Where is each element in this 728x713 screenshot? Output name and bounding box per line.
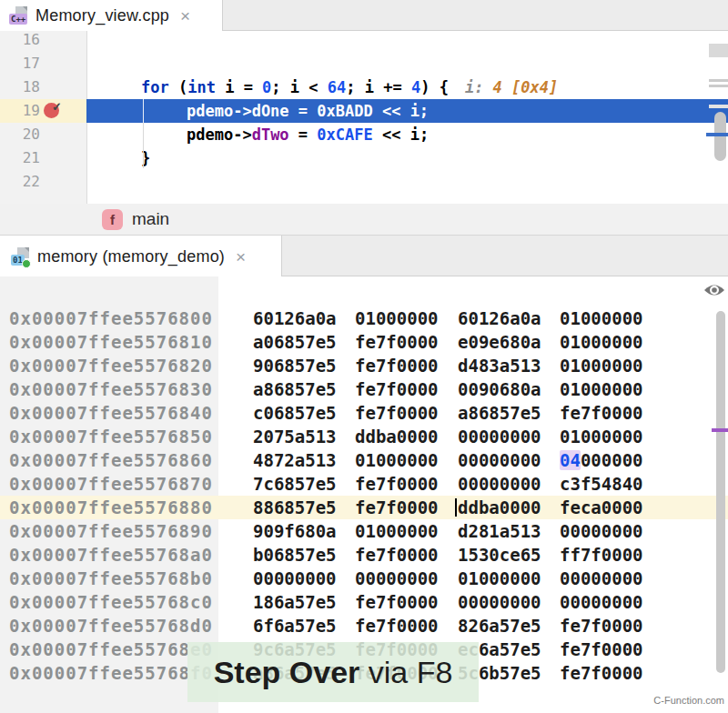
memory-value-cell[interactable]: 01000000 [560, 377, 643, 401]
memory-value-cell[interactable]: 826a57e5 [458, 614, 541, 638]
memory-value-cell[interactable]: 909f680a [253, 519, 337, 543]
memory-value-cell[interactable]: 60126a0a [458, 306, 541, 330]
memory-value-cell[interactable]: 0090680a [458, 377, 541, 401]
close-icon[interactable]: × [236, 248, 246, 266]
memory-value-cell[interactable]: ff7f0000 [560, 543, 643, 567]
memory-value-cell[interactable]: 01000000 [355, 306, 439, 330]
memory-value-cell[interactable]: a86857e5 [253, 377, 337, 401]
code-line[interactable]: pdemo->dOne = 0xBADD << i; [187, 99, 429, 123]
memory-value-cell[interactable]: fe7f0000 [560, 614, 643, 638]
eye-icon[interactable] [703, 283, 725, 301]
memory-value-cell[interactable]: feca0000 [560, 496, 643, 519]
memory-address: 0x00007ffee5576860 [9, 448, 213, 472]
memory-value-cell[interactable]: 01000000 [355, 448, 439, 472]
memory-row[interactable]: 0x00007ffee5576890909f680a01000000d281a5… [0, 519, 728, 543]
memory-value-cell[interactable]: 2075a513 [253, 425, 337, 448]
tab-memory-view[interactable]: 01 memory (memory_demo) × [0, 236, 282, 277]
memory-value-cell[interactable]: 04000000 [560, 448, 643, 472]
memory-value-cell[interactable]: 00000000 [560, 519, 643, 543]
line-number[interactable]: 18 [0, 75, 40, 99]
memory-value-cell[interactable]: fe7f0000 [355, 354, 439, 377]
memory-value-cell[interactable]: 186a57e5 [253, 590, 337, 614]
memory-value-cell[interactable]: e09e680a [458, 330, 541, 354]
memory-value-cell[interactable]: 1530ce65 [458, 543, 541, 567]
code-token: for [141, 78, 169, 96]
memory-value-cell[interactable]: 00000000 [253, 567, 337, 590]
memory-value-cell[interactable]: fe7f0000 [355, 496, 439, 519]
code-token: ; i += [346, 78, 411, 96]
memory-value-cell[interactable]: fe7f0000 [355, 401, 439, 425]
memory-value-cell[interactable]: 4872a513 [253, 448, 337, 472]
memory-value-cell[interactable]: fe7f0000 [560, 401, 643, 425]
memory-value-cell[interactable]: 886857e5 [253, 496, 337, 519]
memory-value-cell[interactable]: fe7f0000 [355, 614, 439, 638]
memory-row[interactable]: 0x00007ffee55768b00000000000000000010000… [0, 567, 728, 590]
memory-value-cell[interactable]: fe7f0000 [560, 638, 643, 661]
memory-row[interactable]: 0x00007ffee55768604872a51301000000000000… [0, 448, 728, 472]
memory-value-cell[interactable]: 906857e5 [253, 354, 337, 377]
line-number[interactable]: 22 [0, 170, 40, 194]
memory-row[interactable]: 0x00007ffee55768707c6857e5fe7f0000000000… [0, 472, 728, 496]
memory-value-cell[interactable]: 01000000 [355, 519, 439, 543]
stripe-mark [709, 44, 728, 57]
line-number[interactable]: 21 [0, 146, 40, 170]
line-number[interactable]: 17 [0, 52, 40, 75]
memory-row[interactable]: 0x00007ffee55768a0b06857e5fe7f00001530ce… [0, 543, 728, 567]
memory-value-cell[interactable]: 01000000 [458, 567, 541, 590]
memory-value-cell[interactable]: 01000000 [560, 354, 643, 377]
code-line[interactable]: for (int i = 0; i < 64; i += 4) {i: 4 [0… [141, 75, 558, 99]
memory-value-cell[interactable]: d483a513 [458, 354, 541, 377]
memory-value-cell[interactable]: b06857e5 [253, 543, 337, 567]
memory-row[interactable]: 0x00007ffee55768c0186a57e5fe7f0000000000… [0, 590, 728, 614]
memory-value-cell[interactable]: fe7f0000 [355, 590, 439, 614]
line-number[interactable]: 16 [0, 31, 40, 52]
editor-scrollbar[interactable] [714, 112, 726, 161]
memory-row[interactable]: 0x00007ffee55768502075a513ddba0000000000… [0, 425, 728, 448]
memory-value-cell[interactable]: d281a513 [458, 519, 541, 543]
memory-row[interactable]: 0x00007ffee55768d06f6a57e5fe7f0000826a57… [0, 614, 728, 638]
running-indicator [22, 259, 31, 268]
indent-guide [143, 123, 144, 168]
memory-value-cell[interactable]: fe7f0000 [355, 543, 439, 567]
close-icon[interactable]: × [180, 7, 190, 25]
memory-row[interactable]: 0x00007ffee5576840c06857e5fe7f0000a86857… [0, 401, 728, 425]
memory-address: 0x00007ffee55768e0 [9, 638, 213, 661]
memory-row[interactable]: 0x00007ffee5576810a06857e5fe7f0000e09e68… [0, 330, 728, 354]
frame-function-name[interactable]: main [132, 209, 169, 229]
code-line[interactable]: pdemo->dTwo = 0xCAFE << i; [187, 123, 429, 146]
memory-value-cell[interactable]: c3f54840 [560, 472, 643, 496]
memory-value-cell[interactable]: 00000000 [560, 567, 643, 590]
code-editor[interactable]: 161718✓19202122 for (int i = 0; i < 64; … [0, 31, 728, 204]
memory-value-cell[interactable]: 00000000 [458, 472, 541, 496]
line-number[interactable]: 19 [0, 99, 40, 123]
memory-value-cell[interactable]: 7c6857e5 [253, 472, 337, 496]
memory-value-cell[interactable]: ddba0000 [458, 496, 541, 519]
memory-value-cell[interactable]: 00000000 [458, 425, 541, 448]
memory-value-cell[interactable]: 60126a0a [253, 306, 337, 330]
memory-value-cell[interactable]: 00000000 [560, 590, 643, 614]
memory-row[interactable]: 0x00007ffee5576820906857e5fe7f0000d483a5… [0, 354, 728, 377]
memory-value-cell[interactable]: 00000000 [355, 567, 439, 590]
line-number[interactable]: 20 [0, 123, 40, 146]
memory-value-cell[interactable]: ddba0000 [355, 425, 439, 448]
memory-value-cell[interactable]: c06857e5 [253, 401, 337, 425]
memory-value-cell[interactable]: fe7f0000 [355, 330, 439, 354]
editor-gutter[interactable]: 161718✓19202122 [0, 31, 87, 204]
breakpoint-check-icon: ✓ [52, 100, 62, 114]
memory-value-cell[interactable]: 6f6a57e5 [253, 614, 337, 638]
memory-value-cell[interactable]: a86857e5 [458, 401, 541, 425]
memory-value-cell[interactable]: 01000000 [560, 306, 643, 330]
memory-scrollbar[interactable] [716, 311, 725, 673]
tab-memory-view-cpp[interactable]: C++ Memory_view.cpp × [0, 0, 223, 32]
memory-row[interactable]: 0x00007ffee557680060126a0a0100000060126a… [0, 306, 728, 330]
memory-value-cell[interactable]: 01000000 [560, 330, 643, 354]
memory-value-cell[interactable]: 00000000 [458, 590, 541, 614]
memory-value-cell[interactable]: fe7f0000 [560, 661, 643, 685]
memory-row[interactable]: 0x00007ffee5576830a86857e5fe7f0000009068… [0, 377, 728, 401]
memory-value-cell[interactable]: fe7f0000 [355, 377, 439, 401]
memory-value-cell[interactable]: fe7f0000 [355, 472, 439, 496]
memory-value-cell[interactable]: 01000000 [560, 425, 643, 448]
memory-value-cell[interactable]: a06857e5 [253, 330, 337, 354]
memory-row[interactable]: 0x00007ffee5576880886857e5fe7f0000ddba00… [0, 496, 728, 519]
memory-value-cell[interactable]: 00000000 [458, 448, 541, 472]
